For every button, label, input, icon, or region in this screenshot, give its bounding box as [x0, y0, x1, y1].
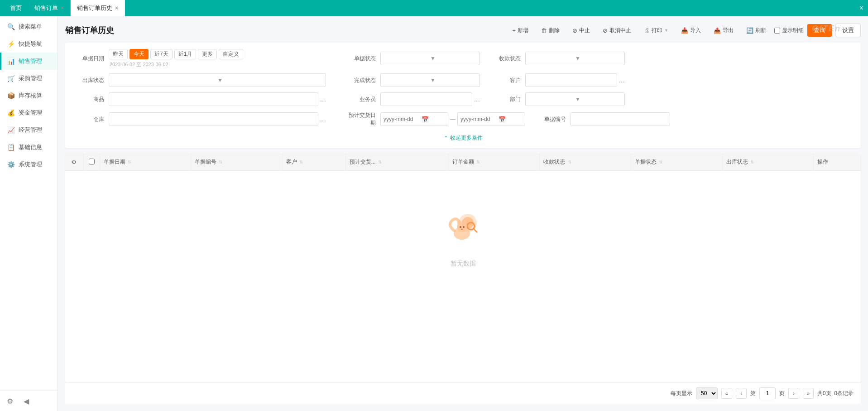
- customer-label: 客户: [489, 77, 525, 84]
- th-checkbox[interactable]: [83, 154, 100, 171]
- complete-status-select[interactable]: ▼: [380, 73, 480, 87]
- expected-date-end-input[interactable]: 📅: [457, 112, 525, 126]
- department-arrow-icon: ▼: [575, 96, 621, 102]
- sidebar-item-sales-mgmt[interactable]: 📊 销售管理: [0, 53, 58, 70]
- import-icon: 📥: [681, 27, 688, 34]
- display-detail-checkbox-label[interactable]: 显示明细: [774, 27, 804, 34]
- sidebar-item-quick-nav[interactable]: ⚡ 快捷导航: [0, 35, 58, 53]
- export-button[interactable]: 📤 导出: [709, 24, 738, 37]
- warehouse-status-sort-icon: ⇅: [750, 160, 754, 164]
- goods-more-icon[interactable]: ...: [320, 95, 326, 103]
- calendar-end-icon: 📅: [499, 116, 506, 123]
- settings-button[interactable]: 设置: [835, 24, 861, 37]
- th-date[interactable]: 单据日期 ⇅: [100, 154, 191, 171]
- order-status-sort-icon: ⇅: [659, 160, 662, 164]
- add-button[interactable]: + 新增: [508, 24, 533, 37]
- yesterday-btn[interactable]: 昨天: [109, 49, 128, 59]
- expected-date-start-field[interactable]: [384, 116, 420, 122]
- sidebar-item-base-info[interactable]: 📋 基础信息: [0, 139, 58, 156]
- settings-icon[interactable]: ⚙: [72, 159, 77, 165]
- warehouse-more-icon[interactable]: ...: [320, 115, 326, 123]
- th-order-status[interactable]: 单据状态 ⇅: [631, 154, 723, 171]
- warehouse-select[interactable]: [109, 112, 318, 126]
- sidebar-collapse-button[interactable]: ◀: [20, 395, 33, 407]
- prev-page-button[interactable]: ‹: [736, 388, 747, 399]
- salesperson-select[interactable]: [380, 92, 472, 106]
- delete-button[interactable]: 🗑 删除: [537, 24, 564, 37]
- page-size-select[interactable]: 50: [696, 387, 718, 399]
- svg-point-6: [457, 220, 461, 226]
- sidebar-item-finance[interactable]: 💰 资金管理: [0, 104, 58, 121]
- page-title: 销售订单历史: [65, 25, 508, 36]
- last1m-btn[interactable]: 近1月: [174, 49, 197, 59]
- window-close-button[interactable]: ×: [859, 4, 863, 12]
- print-icon: 🖨: [644, 27, 650, 34]
- sidebar-item-purchase-mgmt[interactable]: 🛒 采购管理: [0, 70, 58, 87]
- th-settings[interactable]: ⚙: [65, 154, 83, 171]
- tab-home[interactable]: 首页: [4, 4, 28, 12]
- empty-text: 暂无数据: [451, 260, 476, 268]
- department-label: 部门: [489, 96, 525, 103]
- svg-point-8: [460, 226, 461, 228]
- tab-sales-order[interactable]: 销售订单 ×: [28, 0, 71, 16]
- th-warehouse-status[interactable]: 出库状态 ⇅: [722, 154, 814, 171]
- sidebar-item-inventory[interactable]: 📦 库存核算: [0, 87, 58, 104]
- warehouse-status-select[interactable]: ▼: [109, 73, 326, 87]
- today-btn[interactable]: 今天: [129, 49, 149, 59]
- stop-icon: ⊘: [572, 27, 577, 34]
- add-icon: +: [512, 27, 516, 34]
- collapse-bar[interactable]: ⌃ 收起更多条件: [72, 132, 854, 142]
- more-btn[interactable]: 更多: [198, 49, 217, 59]
- display-detail-checkbox[interactable]: [774, 28, 780, 34]
- payment-status-select[interactable]: ▼: [525, 52, 625, 65]
- customer-more-icon[interactable]: ...: [619, 76, 625, 84]
- expected-date-sort-icon: ⇅: [378, 160, 382, 164]
- goods-select[interactable]: [109, 92, 318, 106]
- custom-btn[interactable]: 自定义: [219, 49, 243, 59]
- refresh-button[interactable]: 🔄 刷新: [742, 24, 771, 37]
- cancel-stop-button[interactable]: ⊘ 取消中止: [598, 24, 636, 37]
- tab-sales-order-close[interactable]: ×: [61, 5, 64, 11]
- expected-date-end-field[interactable]: [460, 116, 497, 122]
- sidebar-settings-button[interactable]: ⚙: [4, 395, 16, 407]
- stop-button[interactable]: ⊘ 中止: [568, 24, 595, 37]
- salesperson-label: 业务员: [344, 96, 380, 103]
- order-no-sort-icon: ⇅: [219, 160, 222, 164]
- search-menu-icon: 🔍: [7, 23, 15, 31]
- expected-date-label: 预计交货日期: [344, 111, 380, 127]
- th-order-no[interactable]: 单据编号 ⇅: [191, 154, 283, 171]
- order-status-select[interactable]: ▼: [380, 52, 480, 65]
- th-action: 操作: [814, 154, 861, 171]
- select-all-checkbox[interactable]: [89, 159, 95, 164]
- order-no-input[interactable]: [571, 112, 670, 126]
- next-page-button[interactable]: ›: [788, 388, 799, 399]
- payment-status-sort-icon: ⇅: [568, 160, 571, 164]
- last7-btn[interactable]: 近7天: [150, 49, 173, 59]
- sidebar-item-system-mgmt[interactable]: ⚙️ 系统管理: [0, 156, 58, 173]
- last-page-button[interactable]: »: [803, 388, 814, 399]
- salesperson-more-icon[interactable]: ...: [474, 95, 480, 103]
- sidebar: 🔍 搜索菜单 ⚡ 快捷导航 📊 销售管理 🛒 采购管理 📦 库存核算 💰 资金管…: [0, 16, 58, 411]
- sidebar-item-search-menu[interactable]: 🔍 搜索菜单: [0, 18, 58, 35]
- query-button[interactable]: 查询: [807, 24, 832, 37]
- empty-state: 暂无数据: [65, 171, 861, 304]
- print-button[interactable]: 🖨 打印 ▼: [639, 24, 673, 37]
- th-amount[interactable]: 订单金额 ⇅: [448, 154, 540, 171]
- import-button[interactable]: 📥 导入: [676, 24, 705, 37]
- expected-date-start-input[interactable]: 📅: [380, 112, 448, 126]
- tab-sales-order-history[interactable]: 销售订单历史 ×: [71, 0, 125, 16]
- th-payment-status[interactable]: 收款状态 ⇅: [540, 154, 631, 171]
- empty-state-cell: 暂无数据: [65, 171, 861, 305]
- th-customer[interactable]: 客户 ⇅: [282, 154, 345, 171]
- filter-row-date: 单据日期 昨天 今天 近7天 近1月 更多 自定义 2023-06-02 至 2…: [72, 49, 854, 68]
- top-bar: 首页 销售订单 × 销售订单历史 × ×: [0, 0, 868, 16]
- sidebar-item-operations[interactable]: 📈 经营管理: [0, 121, 58, 139]
- tab-sales-order-history-close[interactable]: ×: [115, 5, 118, 11]
- svg-point-9: [463, 226, 465, 228]
- first-page-button[interactable]: «: [721, 388, 732, 399]
- th-expected-date[interactable]: 预计交货... ⇅: [345, 154, 448, 171]
- customer-select[interactable]: [525, 73, 617, 87]
- current-page-input[interactable]: [759, 387, 776, 399]
- filter-card: 单据日期 昨天 今天 近7天 近1月 更多 自定义 2023-06-02 至 2…: [65, 43, 861, 148]
- department-select[interactable]: ▼: [525, 92, 625, 106]
